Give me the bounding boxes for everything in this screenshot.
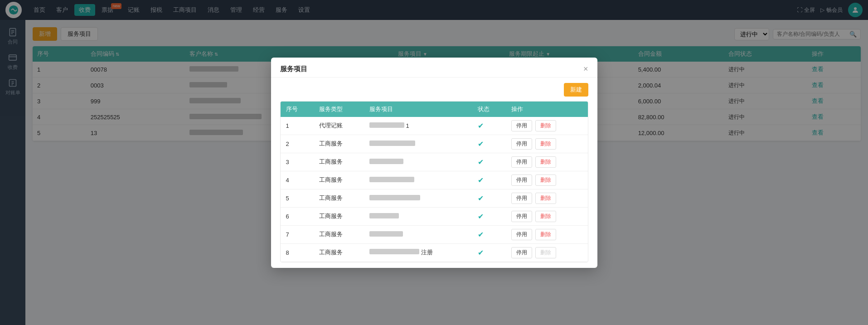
modal-cell-seq: 6 xyxy=(281,207,314,225)
modal-cell-type: 工商服务 xyxy=(314,171,364,189)
modal-cell-status: ✔ xyxy=(472,171,505,189)
modal-cell-action: 停用 删除 xyxy=(506,171,588,189)
modal-title: 服务项目 xyxy=(280,65,307,73)
modal-cell-action: 停用 删除 xyxy=(506,225,588,243)
modal-table-wrap[interactable]: 序号 服务类型 服务项目 状态 操作 1 代理记账 1 ✔ 停用 删除 2 xyxy=(280,101,588,262)
delete-button[interactable]: 删除 xyxy=(535,156,556,168)
modal-cell-item: 1 xyxy=(364,117,472,135)
modal-cell-action: 停用 删除 xyxy=(506,243,588,262)
delete-button[interactable]: 删除 xyxy=(535,211,556,222)
modal-cell-action: 停用 删除 xyxy=(506,135,588,153)
modal-col-seq: 序号 xyxy=(281,102,314,117)
delete-button[interactable]: 删除 xyxy=(535,175,556,186)
status-check-icon: ✔ xyxy=(478,249,484,257)
modal-cell-status: ✔ xyxy=(472,117,505,135)
modal-cell-type: 代理记账 xyxy=(314,117,364,135)
modal-table-row: 3 工商服务 ✔ 停用 删除 xyxy=(281,153,588,171)
modal-cell-action: 停用 删除 xyxy=(506,207,588,225)
status-check-icon: ✔ xyxy=(478,158,484,166)
modal-table-row: 6 工商服务 ✔ 停用 删除 xyxy=(281,207,588,225)
modal-cell-type: 工商服务 xyxy=(314,189,364,207)
modal-cell-type: 工商服务 xyxy=(314,135,364,153)
modal-cell-item xyxy=(364,135,472,153)
modal-cell-type: 工商服务 xyxy=(314,225,364,243)
modal-col-item: 服务项目 xyxy=(364,102,472,117)
modal-cell-seq: 7 xyxy=(281,225,314,243)
delete-button[interactable]: 删除 xyxy=(535,138,556,150)
delete-button[interactable]: 删除 xyxy=(535,193,556,204)
modal-cell-seq: 4 xyxy=(281,171,314,189)
modal-cell-seq: 8 xyxy=(281,243,314,262)
modal-cell-action: 停用 删除 xyxy=(506,117,588,135)
modal-table-row: 4 工商服务 ✔ 停用 删除 xyxy=(281,171,588,189)
modal-cell-item: 注册 xyxy=(364,243,472,262)
service-items-table: 序号 服务类型 服务项目 状态 操作 1 代理记账 1 ✔ 停用 删除 2 xyxy=(281,102,588,262)
modal-cell-status: ✔ xyxy=(472,135,505,153)
delete-button[interactable]: 删除 xyxy=(535,247,556,258)
stop-button[interactable]: 停用 xyxy=(511,156,532,168)
modal-cell-item xyxy=(364,207,472,225)
status-check-icon: ✔ xyxy=(478,231,484,238)
modal-col-action: 操作 xyxy=(506,102,588,117)
modal-cell-action: 停用 删除 xyxy=(506,153,588,171)
modal-toolbar: 新建 xyxy=(280,83,588,97)
stop-button[interactable]: 停用 xyxy=(511,247,532,258)
modal-col-status: 状态 xyxy=(472,102,505,117)
modal-cell-item xyxy=(364,225,472,243)
modal-cell-type: 工商服务 xyxy=(314,207,364,225)
status-check-icon: ✔ xyxy=(478,213,484,220)
modal-close-button[interactable]: × xyxy=(583,65,588,73)
modal-table-row: 5 工商服务 ✔ 停用 删除 xyxy=(281,189,588,207)
modal-cell-seq: 2 xyxy=(281,135,314,153)
modal-new-button[interactable]: 新建 xyxy=(564,83,588,97)
delete-button[interactable]: 删除 xyxy=(535,229,556,240)
modal-table-row: 7 工商服务 ✔ 停用 删除 xyxy=(281,225,588,243)
modal-table-row: 8 工商服务 注册 ✔ 停用 删除 xyxy=(281,243,588,262)
modal-cell-seq: 5 xyxy=(281,189,314,207)
modal-col-type: 服务类型 xyxy=(314,102,364,117)
status-check-icon: ✔ xyxy=(478,194,484,202)
stop-button[interactable]: 停用 xyxy=(511,175,532,186)
modal-cell-status: ✔ xyxy=(472,243,505,262)
modal-body: 新建 序号 服务类型 服务项目 状态 操作 1 代理记账 xyxy=(271,78,597,268)
modal-cell-item xyxy=(364,189,472,207)
status-check-icon: ✔ xyxy=(478,140,484,148)
modal-header-row: 序号 服务类型 服务项目 状态 操作 xyxy=(281,102,588,117)
status-check-icon: ✔ xyxy=(478,122,484,130)
modal-cell-type: 工商服务 xyxy=(314,243,364,262)
modal-cell-status: ✔ xyxy=(472,189,505,207)
modal-cell-item xyxy=(364,153,472,171)
modal-cell-status: ✔ xyxy=(472,153,505,171)
modal-table-row: 1 代理记账 1 ✔ 停用 删除 xyxy=(281,117,588,135)
stop-button[interactable]: 停用 xyxy=(511,138,532,150)
modal-cell-action: 停用 删除 xyxy=(506,189,588,207)
service-modal: 服务项目 × 新建 序号 服务类型 服务项目 状态 操作 xyxy=(271,58,597,268)
modal-overlay[interactable]: 服务项目 × 新建 序号 服务类型 服务项目 状态 操作 xyxy=(0,0,868,325)
modal-cell-item xyxy=(364,171,472,189)
modal-table-body: 1 代理记账 1 ✔ 停用 删除 2 工商服务 ✔ 停用 删除 3 工商服务 ✔… xyxy=(281,117,588,262)
modal-cell-type: 工商服务 xyxy=(314,153,364,171)
modal-header: 服务项目 × xyxy=(271,58,597,78)
stop-button[interactable]: 停用 xyxy=(511,120,532,131)
modal-cell-seq: 1 xyxy=(281,117,314,135)
delete-button[interactable]: 删除 xyxy=(535,120,556,131)
modal-cell-seq: 3 xyxy=(281,153,314,171)
status-check-icon: ✔ xyxy=(478,176,484,184)
modal-cell-status: ✔ xyxy=(472,225,505,243)
stop-button[interactable]: 停用 xyxy=(511,211,532,222)
modal-table-row: 2 工商服务 ✔ 停用 删除 xyxy=(281,135,588,153)
stop-button[interactable]: 停用 xyxy=(511,193,532,204)
modal-cell-status: ✔ xyxy=(472,207,505,225)
stop-button[interactable]: 停用 xyxy=(511,229,532,240)
